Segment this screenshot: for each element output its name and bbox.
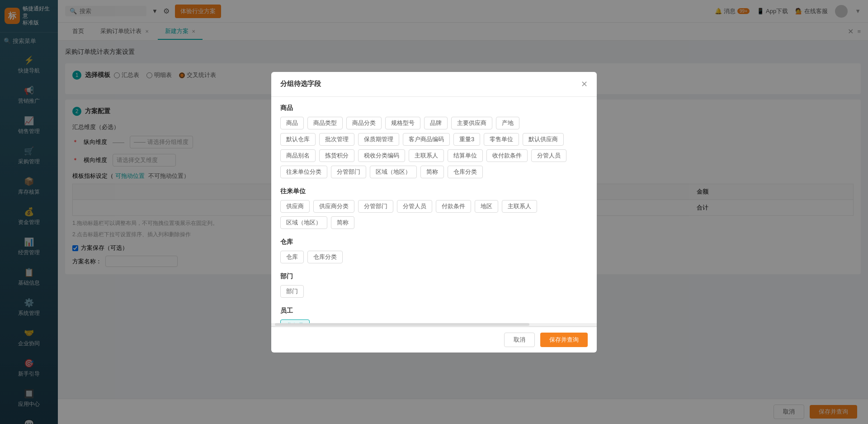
field-tag-quality-mgmt[interactable]: 保质期管理 [358,133,399,146]
employee-field-tags: 业务员 [280,319,588,323]
field-tag-salesperson[interactable]: 业务员 [280,319,310,323]
warehouse-group-title: 仓库 [280,238,588,246]
field-tag-pick-score[interactable]: 拣货积分 [319,149,354,162]
field-group-counterpart: 往来单位 供应商 供应商分类 分管部门 分管人员 付款条件 地区 主联系人 区域… [280,187,588,229]
field-tag-payment-terms[interactable]: 收付款条件 [486,149,528,162]
field-tag-retail-unit[interactable]: 零售单位 [484,133,519,146]
modal-footer: 取消 保存并查询 [271,327,597,353]
modal-overlay[interactable]: 分组待选字段 ✕ 商品 商品 商品类型 商品分类 规格型号 品牌 主要供应商 产… [0,0,868,424]
field-tag-counterpart-supervisor[interactable]: 分管人员 [397,200,432,213]
department-group-title: 部门 [280,272,588,281]
field-tag-counterpart-dept[interactable]: 分管部门 [358,200,393,213]
modal-header: 分组待选字段 ✕ [271,72,597,97]
warehouse-field-tags: 仓库 仓库分类 [280,251,588,263]
product-group-title: 商品 [280,104,588,112]
field-tag-counterpart-category[interactable]: 往来单位分类 [280,166,327,178]
product-field-tags-2: 默认仓库 批次管理 保质期管理 客户商品编码 重量3 零售单位 默认供应商 [280,133,588,146]
field-tag-main-supplier[interactable]: 主要供应商 [451,117,492,129]
field-tag-supervisor[interactable]: 分管人员 [531,149,566,162]
field-tag-product-category[interactable]: 商品分类 [346,117,382,129]
field-tag-settlement-unit[interactable]: 结算单位 [448,149,483,162]
field-tag-region[interactable]: 区域（地区） [370,166,417,178]
field-tag-abbr[interactable]: 简称 [420,166,444,178]
modal-hscroll[interactable] [271,323,597,327]
field-tag-spec-model[interactable]: 规格型号 [385,117,420,129]
field-tag-batch-mgmt[interactable]: 批次管理 [319,133,354,146]
field-tag-supplier-category[interactable]: 供应商分类 [313,200,354,213]
counterpart-field-tags: 供应商 供应商分类 分管部门 分管人员 付款条件 地区 主联系人 [280,200,588,213]
field-group-employee: 员工 业务员 [280,307,588,323]
modal-confirm-button[interactable]: 保存并查询 [540,333,588,347]
field-tag-warehouse-category[interactable]: 仓库分类 [448,166,483,178]
field-tag-origin[interactable]: 产地 [496,117,519,129]
field-tag-weight3[interactable]: 重量3 [453,133,480,146]
modal-body: 商品 商品 商品类型 商品分类 规格型号 品牌 主要供应商 产地 默认仓库 批次… [271,97,597,323]
field-tag-product[interactable]: 商品 [280,117,304,129]
field-tag-warehouse-cat[interactable]: 仓库分类 [307,251,343,263]
field-tag-area[interactable]: 地区 [475,200,498,213]
field-tag-warehouse[interactable]: 仓库 [280,251,304,263]
field-tag-tax-code[interactable]: 税收分类编码 [358,149,405,162]
employee-group-title: 员工 [280,307,588,315]
field-tag-product-alias[interactable]: 商品别名 [280,149,316,162]
field-group-department: 部门 部门 [280,272,588,298]
field-tag-default-warehouse[interactable]: 默认仓库 [280,133,316,146]
field-tag-counterpart-contact[interactable]: 主联系人 [502,200,537,213]
field-tag-customer-code[interactable]: 客户商品编码 [403,133,450,146]
field-tag-supplier[interactable]: 供应商 [280,200,310,213]
hscroll-thumb [275,323,529,326]
counterpart-group-title: 往来单位 [280,187,588,195]
counterpart-field-tags-2: 区域（地区） 简称 [280,216,588,229]
product-field-tags-4: 往来单位分类 分管部门 区域（地区） 简称 仓库分类 [280,166,588,178]
modal-title: 分组待选字段 [280,80,321,88]
field-tag-counterpart-abbr[interactable]: 简称 [331,216,354,229]
field-tag-main-contact[interactable]: 主联系人 [409,149,444,162]
department-field-tags: 部门 [280,285,588,298]
field-group-warehouse: 仓库 仓库 仓库分类 [280,238,588,263]
field-group-product: 商品 商品 商品类型 商品分类 规格型号 品牌 主要供应商 产地 默认仓库 批次… [280,104,588,178]
product-field-tags: 商品 商品类型 商品分类 规格型号 品牌 主要供应商 产地 [280,117,588,129]
field-tag-counterpart-region[interactable]: 区域（地区） [280,216,327,229]
field-tag-default-supplier[interactable]: 默认供应商 [523,133,564,146]
modal-close-button[interactable]: ✕ [581,79,588,89]
modal: 分组待选字段 ✕ 商品 商品 商品类型 商品分类 规格型号 品牌 主要供应商 产… [271,72,597,353]
product-field-tags-3: 商品别名 拣货积分 税收分类编码 主联系人 结算单位 收付款条件 分管人员 [280,149,588,162]
modal-cancel-button[interactable]: 取消 [504,333,535,347]
field-tag-payment-cond[interactable]: 付款条件 [436,200,471,213]
field-tag-product-type[interactable]: 商品类型 [307,117,343,129]
field-tag-dept[interactable]: 分管部门 [331,166,366,178]
field-tag-brand[interactable]: 品牌 [424,117,448,129]
field-tag-department[interactable]: 部门 [280,285,304,298]
